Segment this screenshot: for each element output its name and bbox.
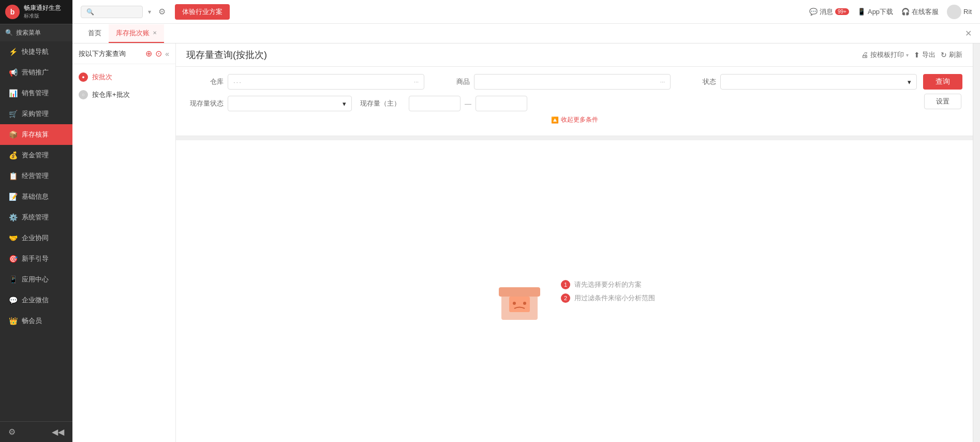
svg-point-4: [523, 302, 526, 305]
sidebar-item-purchase[interactable]: 🛒 采购管理: [0, 104, 72, 124]
filter-inventory-status: 现存量状态 ▾: [186, 96, 352, 111]
sidebar-item-newbie[interactable]: 🎯 新手引导: [0, 248, 72, 269]
svg-point-3: [513, 302, 516, 305]
collapse-more-btn[interactable]: 🔼 收起更多条件: [186, 111, 962, 128]
avatar: [947, 5, 961, 19]
sidebar-item-wechat[interactable]: 💬 企业微信: [0, 290, 72, 311]
sidebar-item-finance[interactable]: 💰 资金管理: [0, 145, 72, 166]
left-panel: 按以下方案查询 ⊕ ⊙ « ● 按批次 ○ 按仓库+批次: [72, 43, 176, 442]
left-panel-title: 按以下方案查询: [79, 49, 126, 58]
query-button[interactable]: 查询: [923, 74, 962, 90]
right-scrollbar[interactable]: [973, 43, 980, 442]
topbar-search-box[interactable]: 🔍: [81, 6, 143, 18]
newbie-icon: 🎯: [8, 254, 18, 263]
sidebar-footer: ⚙ ◀◀: [0, 421, 72, 442]
user-name: Rit: [963, 8, 972, 16]
user-profile-btn[interactable]: Rit: [947, 5, 972, 19]
search-label: 搜索菜单: [16, 28, 41, 37]
qty-from-input[interactable]: [409, 96, 461, 111]
panel-close-button[interactable]: ✕: [965, 28, 972, 38]
topbar-settings-icon[interactable]: ⚙: [158, 7, 166, 17]
sidebar-item-label: 基础信息: [22, 192, 49, 201]
tab-close-icon[interactable]: ✕: [153, 30, 157, 36]
sidebar-item-basic-info[interactable]: 📝 基础信息: [0, 186, 72, 207]
online-support-btn[interactable]: 🎧 在线客服: [901, 7, 939, 17]
empty-hint-1: 1 请先选择要分析的方案: [561, 280, 655, 289]
collapse-sidebar-icon[interactable]: ◀◀: [52, 427, 64, 437]
left-panel-actions: ⊕ ⊙ «: [145, 49, 169, 58]
sidebar-item-label: 销售管理: [22, 89, 49, 98]
messages-btn[interactable]: 💬 消息 99+: [809, 7, 849, 17]
sidebar-item-operations[interactable]: 📋 经营管理: [0, 166, 72, 186]
warehouse-input[interactable]: ··· ···: [228, 74, 424, 90]
quick-nav-icon: ⚡: [8, 47, 18, 56]
filter-row-1: 仓库 ··· ··· 商品 ·: [186, 74, 917, 90]
scheme-item-by-batch[interactable]: ● 按批次: [72, 68, 175, 86]
sidebar-item-system[interactable]: ⚙️ 系统管理: [0, 207, 72, 228]
messages-label: 消息: [820, 7, 833, 17]
inventory-status-input[interactable]: ▾: [228, 96, 352, 111]
experience-btn[interactable]: 体验行业方案: [175, 4, 230, 20]
collapse-panel-icon[interactable]: «: [165, 50, 169, 58]
export-btn[interactable]: ⬆ 导出: [914, 50, 936, 60]
tab-inventory[interactable]: 库存批次账 ✕: [109, 24, 164, 43]
inventory-status-label: 现存量状态: [186, 99, 228, 108]
qty-to-input[interactable]: [476, 96, 527, 111]
app-subtitle: 标准版: [24, 12, 61, 20]
page-title: 现存量查询(按批次): [186, 49, 267, 61]
app-info: 畅康通好生意 标准版: [24, 4, 61, 20]
tab-home[interactable]: 首页: [81, 24, 109, 43]
product-input[interactable]: ···: [474, 74, 671, 90]
collapse-label: 收起更多条件: [561, 115, 598, 124]
empty-svg: [494, 266, 545, 322]
hint2-text: 用过滤条件来缩小分析范围: [574, 293, 655, 303]
tabs-bar: 首页 库存批次账 ✕ ✕: [72, 24, 980, 43]
finance-icon: 💰: [8, 151, 18, 160]
hint1-text: 请先选择要分析的方案: [574, 280, 642, 289]
purchase-icon: 🛒: [8, 109, 18, 119]
sidebar-item-label: 企业协同: [22, 233, 49, 243]
app-download-btn[interactable]: 📱 App下载: [857, 7, 893, 17]
basic-info-icon: 📝: [8, 192, 18, 201]
page-header: 现存量查询(按批次) 🖨 按模板打印 ▾ ⬆ 导出 ↻ 刷新: [176, 43, 973, 67]
sidebar-item-member[interactable]: 👑 畅会员: [0, 311, 72, 331]
sidebar-item-marketing[interactable]: 📢 营销推广: [0, 62, 72, 83]
enterprise-icon: 🤝: [8, 233, 18, 243]
filter-warehouse: 仓库 ··· ···: [186, 74, 424, 90]
filter-row-2: 现存量状态 ▾ 现存量（主） —: [186, 96, 917, 111]
status-input[interactable]: ▾: [720, 74, 917, 90]
tab-inventory-label: 库存批次账: [116, 28, 150, 38]
sidebar-item-label: 新手引导: [22, 254, 49, 263]
svg-rect-2: [509, 297, 530, 312]
sidebar-item-quick-nav[interactable]: ⚡ 快捷导航: [0, 41, 72, 62]
main-area: 🔍 ▾ ⚙ 体验行业方案 💬 消息 99+ 📱 App下载 🎧 在线客服 Rit: [72, 0, 980, 442]
operations-icon: 📋: [8, 171, 18, 181]
sidebar-item-sales[interactable]: 📊 销售管理: [0, 83, 72, 104]
sidebar-item-label: 经营管理: [22, 171, 49, 181]
sidebar-nav: ⚡ 快捷导航 📢 营销推广 📊 销售管理 🛒 采购管理 📦 库存核算 💰 资金管…: [0, 41, 72, 421]
collapse-icon: 🔼: [551, 116, 559, 124]
refresh-btn[interactable]: ↻ 刷新: [941, 50, 962, 60]
sidebar-item-label: 应用中心: [22, 275, 49, 284]
add-scheme-icon[interactable]: ⊕: [145, 49, 152, 58]
settings-footer-icon[interactable]: ⚙: [8, 427, 16, 437]
scheme-item-by-warehouse-batch[interactable]: ○ 按仓库+批次: [72, 86, 175, 104]
print-btn[interactable]: 🖨 按模板打印 ▾: [861, 50, 909, 60]
message-icon: 💬: [809, 8, 818, 16]
sidebar-item-label: 企业微信: [22, 296, 49, 305]
sidebar-item-inventory[interactable]: 📦 库存核算: [0, 124, 72, 145]
settings-button[interactable]: 设置: [924, 94, 961, 109]
inactive-scheme-icon: ○: [79, 90, 88, 99]
sidebar-search[interactable]: 🔍 搜索菜单: [0, 24, 72, 41]
sidebar-item-app-center[interactable]: 📱 应用中心: [0, 269, 72, 290]
member-icon: 👑: [8, 316, 18, 326]
svg-rect-1: [499, 287, 540, 297]
sidebar-item-enterprise[interactable]: 🤝 企业协同: [0, 228, 72, 248]
left-panel-list: ● 按批次 ○ 按仓库+批次: [72, 64, 175, 108]
print-dropdown-icon[interactable]: ▾: [906, 52, 909, 58]
scheme-settings-icon[interactable]: ⊙: [155, 49, 162, 58]
topbar-dropdown-arrow[interactable]: ▾: [148, 8, 151, 16]
system-icon: ⚙️: [8, 213, 18, 222]
empty-illustration: [494, 266, 545, 317]
app-title: 畅康通好生意: [24, 4, 61, 12]
